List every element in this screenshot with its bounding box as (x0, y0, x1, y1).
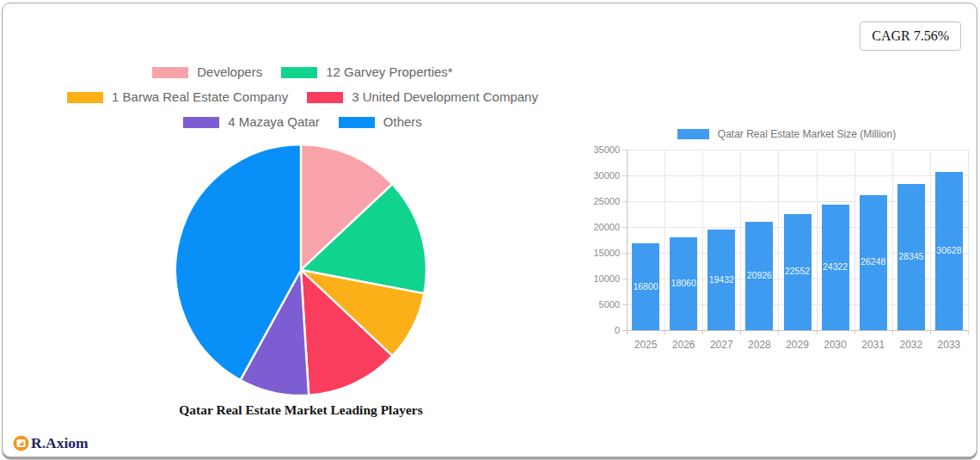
bar-chart-legend[interactable]: Qatar Real Estate Market Size (Million) (594, 128, 979, 140)
cagr-badge: CAGR 7.56% (860, 21, 961, 51)
y-axis-label: 5000 (582, 299, 620, 310)
brand-logo: R.Axiom (13, 434, 89, 452)
y-gridline (627, 150, 968, 150)
legend-item-1-barwa-real-estate-company[interactable]: 1 Barwa Real Estate Company (67, 89, 288, 106)
legend-item-others[interactable]: Others (339, 113, 422, 131)
bar-value-label: 16800 (627, 281, 665, 291)
legend-label: Others (383, 113, 422, 131)
x-gridline (665, 150, 665, 330)
x-gridline (778, 150, 779, 330)
bar-value-label: 20926 (740, 270, 778, 280)
legend-swatch (183, 117, 219, 128)
pie-chart (172, 141, 430, 399)
brand-name: R.Axiom (31, 434, 89, 452)
x-axis-label: 2028 (740, 339, 778, 351)
legend-item-4-mazaya-qatar[interactable]: 4 Mazaya Qatar (183, 113, 320, 131)
legend-label: 4 Mazaya Qatar (228, 113, 320, 131)
legend-swatch (67, 92, 103, 103)
legend-swatch (339, 117, 375, 128)
bar-value-label: 26248 (854, 256, 892, 267)
x-gridline (740, 150, 741, 330)
x-gridline (702, 150, 703, 330)
bar-value-label: 19432 (702, 274, 740, 285)
x-gridline (968, 150, 969, 330)
bar-value-label: 18060 (665, 278, 702, 288)
legend-swatch (152, 67, 188, 78)
x-gridline (854, 150, 855, 330)
x-axis-label: 2033 (930, 339, 968, 351)
y-gridline (627, 175, 968, 176)
legend-item-3-united-development-company[interactable]: 3 United Development Company (307, 89, 538, 106)
bar-value-label: 22552 (779, 266, 817, 276)
x-axis-line (622, 330, 968, 331)
x-axis-label: 2030 (817, 339, 854, 351)
y-axis-label: 20000 (582, 222, 620, 232)
y-axis-label: 35000 (582, 144, 620, 155)
brand-chart-icon (13, 435, 29, 451)
bar-legend-label: Qatar Real Estate Market Size (Million) (718, 128, 896, 140)
x-axis-label: 2027 (702, 339, 740, 351)
bar-legend-swatch (677, 129, 709, 139)
bar-value-label: 30628 (930, 245, 968, 255)
bar-value-label: 28345 (892, 251, 930, 261)
bar-chart: Qatar Real Estate Market Size (Million) … (594, 123, 979, 359)
legend-label: 12 Garvey Properties* (326, 64, 453, 81)
y-axis-label: 10000 (582, 273, 620, 284)
pie-chart-title: Qatar Real Estate Market Leading Players (129, 402, 473, 418)
bar-value-label: 24322 (817, 261, 854, 272)
x-tick (968, 330, 969, 334)
legend-swatch (281, 67, 317, 78)
legend-swatch (307, 92, 343, 103)
legend-item-developers[interactable]: Developers (152, 64, 262, 81)
y-axis-label: 25000 (582, 196, 620, 206)
legend-label: 1 Barwa Real Estate Company (112, 89, 288, 106)
x-axis-label: 2029 (778, 339, 816, 351)
legend-label: Developers (197, 64, 262, 81)
y-axis-label: 30000 (582, 170, 620, 181)
x-axis-label: 2026 (665, 339, 702, 351)
y-axis-label: 0 (582, 325, 620, 335)
y-axis-label: 15000 (582, 248, 620, 258)
x-gridline (930, 150, 931, 330)
x-gridline (817, 150, 818, 330)
x-axis-label: 2032 (892, 339, 930, 351)
y-axis-line (627, 150, 628, 334)
x-gridline (892, 150, 893, 330)
x-axis-label: 2031 (854, 339, 892, 351)
x-axis-label: 2025 (627, 339, 665, 351)
pie-legend: Developers12 Garvey Properties*1 Barwa R… (35, 64, 570, 131)
report-card: CAGR 7.56% Developers12 Garvey Propertie… (2, 3, 977, 457)
legend-label: 3 United Development Company (352, 89, 538, 106)
legend-item-12-garvey-properties[interactable]: 12 Garvey Properties* (281, 64, 453, 81)
